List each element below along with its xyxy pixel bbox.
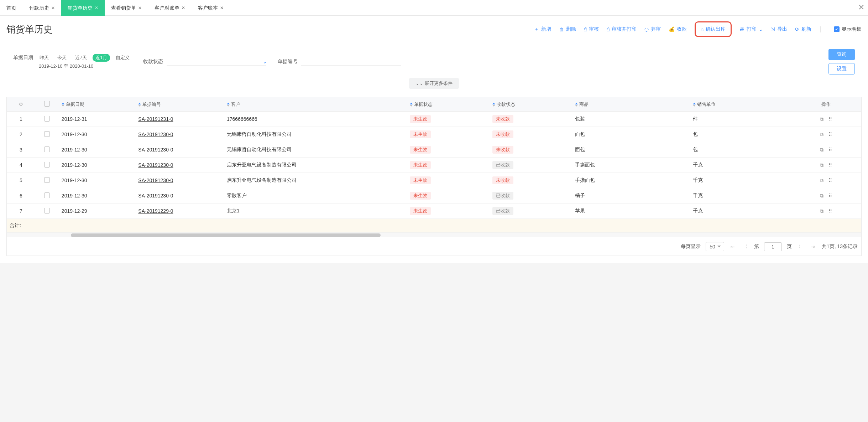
doc-no-link[interactable]: SA-20191231-0 (138, 116, 173, 122)
pill-today[interactable]: 今天 (54, 54, 69, 62)
doc-no-link[interactable]: SA-20191230-0 (138, 162, 173, 168)
date-range-text: 2019-12-10 至 2020-01-10 (39, 63, 132, 70)
pill-custom[interactable]: 自定义 (113, 54, 132, 62)
close-icon[interactable]: ✕ (182, 0, 185, 16)
close-icon[interactable]: ✕ (51, 0, 55, 16)
col-product[interactable]: 商品 (572, 97, 690, 112)
col-operation: 操作 (790, 97, 861, 112)
refresh-button[interactable]: ⟳ 刷新 (795, 26, 811, 32)
col-unit[interactable]: 销售单位 (690, 97, 790, 112)
settings-button[interactable]: 设置 (828, 63, 855, 74)
cell-product: 苹果 (572, 204, 690, 219)
pill-last1m[interactable]: 近1月 (93, 54, 110, 62)
tab-1[interactable]: 付款历史✕ (23, 0, 61, 16)
doc-no-link[interactable]: SA-20191230-0 (138, 147, 173, 153)
tab-2[interactable]: 销货单历史✕ (61, 0, 105, 16)
cell-customer: 无锡康哲自动化科技有限公司 (224, 127, 407, 142)
close-all-icon[interactable]: ✕ (858, 3, 864, 12)
more-icon[interactable]: ⠿ (828, 162, 832, 168)
page-input[interactable] (764, 242, 782, 251)
view-icon[interactable]: ⧉ (820, 162, 823, 168)
view-icon[interactable]: ⧉ (820, 177, 823, 184)
row-checkbox[interactable] (44, 208, 50, 213)
audit-button[interactable]: ⎙ 审核 (584, 26, 599, 32)
pill-last7[interactable]: 近7天 (72, 54, 90, 62)
doc-no-filter: 单据编号 (278, 57, 401, 66)
cell-unit: 千克 (690, 173, 790, 188)
view-icon[interactable]: ⧉ (820, 208, 823, 214)
doc-no-link[interactable]: SA-20191230-0 (138, 177, 173, 183)
cell-unit: 包 (690, 127, 790, 142)
row-checkbox[interactable] (44, 162, 50, 168)
cell-product: 橘子 (572, 188, 690, 204)
row-checkbox[interactable] (44, 192, 50, 198)
view-icon[interactable]: ⧉ (820, 147, 823, 153)
pill-yesterday[interactable]: 昨天 (37, 54, 52, 62)
cell-product: 包装 (572, 112, 690, 127)
more-icon[interactable]: ⠿ (828, 132, 832, 138)
next-page-button[interactable]: 〉 (797, 243, 805, 250)
confirm-out-button[interactable]: ⌂ 确认出库 (695, 21, 732, 37)
page-content: 销货单历史 ＋ 新增 🗑 删除 ⎙ 审核 ⎙ 审核并打印 ◌ 弃审 (0, 16, 868, 263)
cell-customer: 启东升亚电气设备制造有限公司 (224, 158, 407, 173)
show-detail-toggle[interactable]: ✓ 显示明细 (834, 26, 862, 32)
chevron-down-icon[interactable]: ⌄ (263, 59, 267, 65)
horizontal-scrollbar[interactable] (7, 233, 861, 237)
tab-0[interactable]: 首页 (0, 0, 23, 16)
row-checkbox[interactable] (44, 177, 50, 183)
status-badge: 未生效 (410, 207, 431, 215)
row-checkbox[interactable] (44, 131, 50, 137)
prev-page-button[interactable]: 〈 (741, 243, 749, 250)
gear-icon[interactable]: ⚙ (19, 102, 23, 107)
total-row: 合计: (7, 219, 861, 233)
pay-status-select[interactable] (167, 57, 266, 66)
doc-no-link[interactable]: SA-20191230-0 (138, 132, 173, 137)
tab-4[interactable]: 客户对账单✕ (148, 0, 192, 16)
col-no[interactable]: 单据编号 (135, 97, 224, 112)
more-icon[interactable]: ⠿ (828, 147, 832, 153)
more-icon[interactable]: ⠿ (828, 177, 832, 184)
close-icon[interactable]: ✕ (138, 0, 142, 16)
more-icon[interactable]: ⠿ (828, 208, 832, 214)
pay-badge: 未收款 (492, 130, 513, 138)
divider: │ (819, 26, 822, 32)
col-status[interactable]: 单据状态 (407, 97, 490, 112)
row-index: 4 (7, 158, 35, 173)
doc-no-link[interactable]: SA-20191230-0 (138, 193, 173, 199)
view-icon[interactable]: ⧉ (820, 116, 823, 122)
expand-conditions-button[interactable]: ⌄⌄ 展开更多条件 (409, 78, 459, 89)
col-op-label: 操作 (821, 102, 831, 107)
row-index: 6 (7, 188, 35, 204)
table-row: 52019-12-30SA-20191230-0启东升亚电气设备制造有限公司未生… (7, 173, 861, 188)
col-customer[interactable]: 客户 (224, 97, 407, 112)
select-all-checkbox[interactable] (44, 101, 50, 107)
doc-no-link[interactable]: SA-20191229-0 (138, 208, 173, 214)
add-button[interactable]: ＋ 新增 (534, 26, 551, 32)
close-icon[interactable]: ✕ (95, 0, 98, 16)
per-page-select[interactable]: 50 (706, 242, 724, 251)
delete-button[interactable]: 🗑 删除 (559, 26, 576, 32)
view-icon[interactable]: ⧉ (820, 132, 823, 138)
audit-print-button[interactable]: ⎙ 审核并打印 (607, 26, 637, 32)
more-icon[interactable]: ⠿ (828, 116, 832, 122)
last-page-button[interactable]: ⇥ (810, 244, 817, 249)
row-checkbox[interactable] (44, 116, 50, 122)
export-button[interactable]: ⇲ 导出 (771, 26, 787, 32)
col-pay[interactable]: 收款状态 (490, 97, 572, 112)
pay-badge: 未收款 (492, 146, 513, 154)
tab-label: 销货单历史 (68, 0, 93, 16)
close-icon[interactable]: ✕ (220, 0, 224, 16)
first-page-button[interactable]: ⇤ (729, 244, 736, 249)
doc-no-input[interactable] (301, 57, 401, 66)
row-checkbox[interactable] (44, 146, 50, 152)
col-date[interactable]: 单据日期 (59, 97, 135, 112)
more-icon[interactable]: ⠿ (828, 193, 832, 199)
receive-button[interactable]: 💰 收款 (669, 26, 687, 32)
unaudit-button[interactable]: ◌ 弃审 (644, 26, 661, 32)
tab-5[interactable]: 客户账本✕ (192, 0, 230, 16)
print-button[interactable]: 🖶 打印 ⌄ (739, 26, 763, 32)
view-icon[interactable]: ⧉ (820, 193, 823, 199)
data-table: ⚙ 单据日期 单据编号 客户 单据状态 收款状态 商品 销售单位 操作 1201… (6, 97, 862, 256)
query-button[interactable]: 查询 (828, 49, 855, 60)
tab-3[interactable]: 查看销货单✕ (105, 0, 148, 16)
